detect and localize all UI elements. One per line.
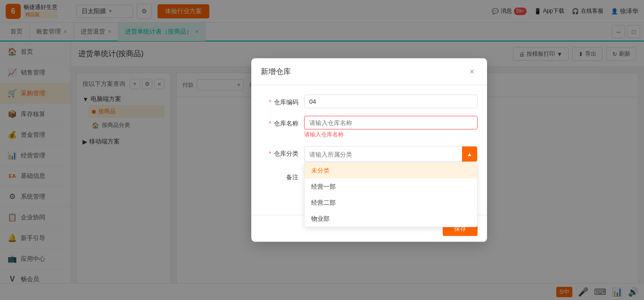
modal-title: 新增仓库 (261, 67, 291, 76)
code-input[interactable] (304, 95, 478, 108)
name-field-row: * 仓库名称 请输入仓库名称 (261, 116, 478, 139)
dropdown-item-2[interactable]: 经营二部 (305, 195, 477, 211)
name-field-wrapper: 请输入仓库名称 (304, 116, 478, 139)
dropdown-item-0[interactable]: 未分类 (305, 163, 477, 179)
category-dropdown-wrapper: ▲ 未分类 经营一部 经营二部 物业部 (304, 146, 478, 162)
modal-header: 新增仓库 × (251, 58, 487, 85)
name-label: * 仓库名称 (261, 116, 298, 128)
add-warehouse-modal: 新增仓库 × * 仓库编码 * 仓库名称 请输入仓库名称 * (251, 58, 487, 242)
category-input[interactable] (305, 148, 462, 160)
name-input[interactable] (304, 116, 478, 130)
code-label: * 仓库编码 (261, 95, 298, 107)
category-field-row: * 仓库分类 ▲ 未分类 经营一部 经营二部 物业部 (261, 146, 478, 162)
notes-label: 备注 (261, 170, 298, 182)
category-toggle-btn[interactable]: ▲ (462, 147, 477, 162)
category-dropdown-list: 未分类 经营一部 经营二部 物业部 (304, 162, 478, 227)
dropdown-item-3[interactable]: 物业部 (305, 211, 477, 227)
dropdown-item-1[interactable]: 经营一部 (305, 179, 477, 195)
category-label: * 仓库分类 (261, 146, 298, 158)
name-error-msg: 请输入仓库名称 (304, 131, 478, 139)
modal-close-button[interactable]: × (466, 66, 478, 77)
code-field-row: * 仓库编码 (261, 95, 478, 108)
category-input-row: ▲ (304, 146, 478, 162)
modal-body: * 仓库编码 * 仓库名称 请输入仓库名称 * 仓库分类 (251, 85, 487, 215)
